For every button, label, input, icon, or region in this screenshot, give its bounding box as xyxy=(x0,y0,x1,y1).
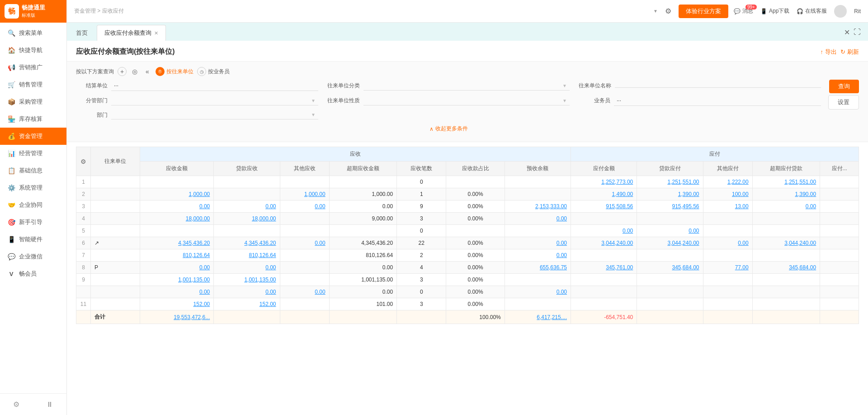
cell-ar-amt[interactable]: 810,126.64 xyxy=(140,249,214,262)
cell-ap-amt[interactable]: 3,044,240.00 xyxy=(571,237,637,249)
footer-ar-amt[interactable]: 19,553,472,6... xyxy=(140,310,214,324)
app-download-btn[interactable]: 📱 App下载 xyxy=(760,7,789,15)
cell-ar-amt[interactable]: 0.00 xyxy=(140,286,214,298)
cell-prepaid[interactable]: 655,636.75 xyxy=(505,262,571,274)
th-settings[interactable]: ⚙ xyxy=(76,147,91,176)
export-btn[interactable]: ↑ 导出 xyxy=(821,48,837,56)
cell-ar-other[interactable]: 0.00 xyxy=(280,237,329,249)
tab-home[interactable]: 首页 xyxy=(67,25,97,41)
cell-ap-amt[interactable]: 915,508.56 xyxy=(571,200,637,213)
cell-ap-other[interactable]: 77.00 xyxy=(703,262,752,274)
cell-ar-loan[interactable]: 0.00 xyxy=(214,200,280,213)
cell-ap-other[interactable]: 0.00 xyxy=(703,237,752,249)
dept-manager-input[interactable]: ▼ xyxy=(111,96,318,105)
cell-prepaid[interactable]: 2,153,333.00 xyxy=(505,200,571,213)
cell-ap-amt[interactable]: 1,490.00 xyxy=(571,188,637,200)
salesperson-input[interactable]: ··· xyxy=(614,95,821,106)
filter-collapse-btn[interactable]: « xyxy=(143,67,152,76)
online-service-btn[interactable]: 🎧 在线客服 xyxy=(797,7,827,15)
cell-ar-amt[interactable]: 1,000.00 xyxy=(140,188,214,200)
sidebar-item-guide[interactable]: 🎯 新手引导 xyxy=(0,214,66,231)
table-settings-icon[interactable]: ⚙ xyxy=(80,158,86,165)
avatar[interactable] xyxy=(834,5,847,18)
cell-ap-amt[interactable]: 1,252,773.00 xyxy=(571,176,637,188)
cell-ar-other[interactable]: 0.00 xyxy=(280,200,329,213)
sidebar-item-wechat[interactable]: 💬 企业微信 xyxy=(0,248,66,265)
sidebar-item-enterprise[interactable]: 🤝 企业协同 xyxy=(0,196,66,214)
cell-ap-loan[interactable]: 915,495.56 xyxy=(637,200,703,213)
filter-scheme-unit[interactable]: ® 按往来单位 xyxy=(156,67,193,76)
sidebar-collapse-btn[interactable]: ⏸ xyxy=(42,399,57,410)
cell-ap-overdue[interactable]: 0.00 xyxy=(752,200,820,213)
tab-minimize-icon[interactable]: ✕ xyxy=(844,28,850,37)
topbar-gear-icon[interactable]: ⚙ xyxy=(663,5,673,17)
cell-ap-overdue[interactable]: 1,251,551.00 xyxy=(752,176,820,188)
tab-close-icon[interactable]: ✕ xyxy=(154,30,158,36)
cell-ar-loan[interactable]: 0.00 xyxy=(214,286,280,298)
trial-btn[interactable]: 体验行业方案 xyxy=(679,5,728,18)
sidebar-item-system[interactable]: ⚙️ 系统管理 xyxy=(0,179,66,196)
cell-ap-loan[interactable]: 345,684.00 xyxy=(637,262,703,274)
sidebar-item-operations[interactable]: 📊 经营管理 xyxy=(0,145,66,162)
settlement-unit-input[interactable]: ··· xyxy=(111,81,318,91)
cell-ap-loan[interactable]: 1,390.00 xyxy=(637,188,703,200)
filter-setting-btn[interactable]: ◎ xyxy=(130,67,139,76)
cell-ar-other[interactable]: 0.00 xyxy=(280,286,329,298)
cell-ap-overdue[interactable]: 1,390.00 xyxy=(752,188,820,200)
sidebar-item-member[interactable]: V 畅会员 xyxy=(0,265,66,282)
sidebar-item-basic-info[interactable]: 📋 基础信息 xyxy=(0,162,66,179)
cell-ar-loan[interactable]: 18,000.00 xyxy=(214,213,280,225)
sidebar-item-search[interactable]: 🔍 搜索菜单 xyxy=(0,24,66,42)
cell-ar-amt[interactable]: 0.00 xyxy=(140,200,214,213)
cell-ar-loan[interactable]: 1,001,135.00 xyxy=(214,274,280,286)
cell-ar-amt[interactable]: 18,000.00 xyxy=(140,213,214,225)
cell-ar-loan[interactable]: 4,345,436.20 xyxy=(214,237,280,249)
cell-ar-loan[interactable]: 810,126.64 xyxy=(214,249,280,262)
sidebar-item-inventory[interactable]: 🏪 库存核算 xyxy=(0,110,66,128)
sidebar-item-quicknav[interactable]: 🏠 快捷导航 xyxy=(0,42,66,59)
sidebar-item-purchase[interactable]: 📦 采购管理 xyxy=(0,93,66,110)
cell-ap-other[interactable]: 100.00 xyxy=(703,188,752,200)
refresh-btn[interactable]: ↻ 刷新 xyxy=(840,48,859,56)
cell-ap-overdue[interactable]: 345,684.00 xyxy=(752,262,820,274)
cell-prepaid[interactable]: 0.00 xyxy=(505,249,571,262)
message-btn[interactable]: 💬 消息 99+ xyxy=(734,7,753,15)
unit-name-input[interactable] xyxy=(615,84,821,88)
unit-nature-input[interactable]: ▼ xyxy=(363,96,570,105)
cell-ar-amt[interactable]: 0.00 xyxy=(140,262,214,274)
cell-ar-amt[interactable]: 152.00 xyxy=(140,298,214,310)
sidebar-item-marketing[interactable]: 📢 营销推广 xyxy=(0,59,66,76)
cell-prepaid[interactable]: 0.00 xyxy=(505,237,571,249)
settings-btn[interactable]: 设置 xyxy=(828,95,859,110)
tab-maximize-icon[interactable]: ⛶ xyxy=(854,28,861,37)
cell-ap-overdue[interactable]: 3,044,240.00 xyxy=(752,237,820,249)
cell-ap-amt[interactable]: 0.00 xyxy=(571,225,637,237)
cell-prepaid[interactable]: 0.00 xyxy=(505,286,571,298)
cell-prepaid[interactable]: 0.00 xyxy=(505,213,571,225)
sidebar-item-finance[interactable]: 💰 资金管理 xyxy=(0,128,66,145)
filter-scheme-salesperson[interactable]: ◷ 按业务员 xyxy=(197,67,230,76)
cell-ar-loan[interactable]: 0.00 xyxy=(214,262,280,274)
cell-ap-amt[interactable]: 345,761.00 xyxy=(571,262,637,274)
cell-ar-other[interactable]: 1,000.00 xyxy=(280,188,329,200)
sidebar-item-hardware[interactable]: 📱 智能硬件 xyxy=(0,231,66,248)
sidebar-item-sales[interactable]: 🛒 销售管理 xyxy=(0,76,66,93)
filter-add-btn[interactable]: + xyxy=(118,67,127,76)
collapse-more-btn[interactable]: ∧ 收起更多条件 xyxy=(76,121,821,136)
username-label[interactable]: Rit xyxy=(854,8,861,14)
cell-ap-loan[interactable]: 3,044,240.00 xyxy=(637,237,703,249)
cell-ap-loan[interactable]: 0.00 xyxy=(637,225,703,237)
query-btn[interactable]: 查询 xyxy=(829,80,859,93)
footer-prepaid[interactable]: 6,417,215.... xyxy=(505,310,571,324)
cell-ap-other[interactable]: 13.00 xyxy=(703,200,752,213)
unit-category-input[interactable]: ▼ xyxy=(363,81,570,91)
department-input[interactable]: ▼ xyxy=(111,110,318,119)
cell-ar-amt[interactable]: 1,001,135.00 xyxy=(140,274,214,286)
cell-ar-amt[interactable]: 4,345,436.20 xyxy=(140,237,214,249)
tab-ar-ap-query[interactable]: 应收应付余额查询 ✕ xyxy=(97,25,166,41)
cell-ar-loan[interactable]: 152.00 xyxy=(214,298,280,310)
breadcrumb-dropdown-icon[interactable]: ▼ xyxy=(653,9,658,14)
cell-ap-other[interactable]: 1,222.00 xyxy=(703,176,752,188)
cell-ap-loan[interactable]: 1,251,551.00 xyxy=(637,176,703,188)
sidebar-settings-btn[interactable]: ⚙ xyxy=(9,398,23,410)
